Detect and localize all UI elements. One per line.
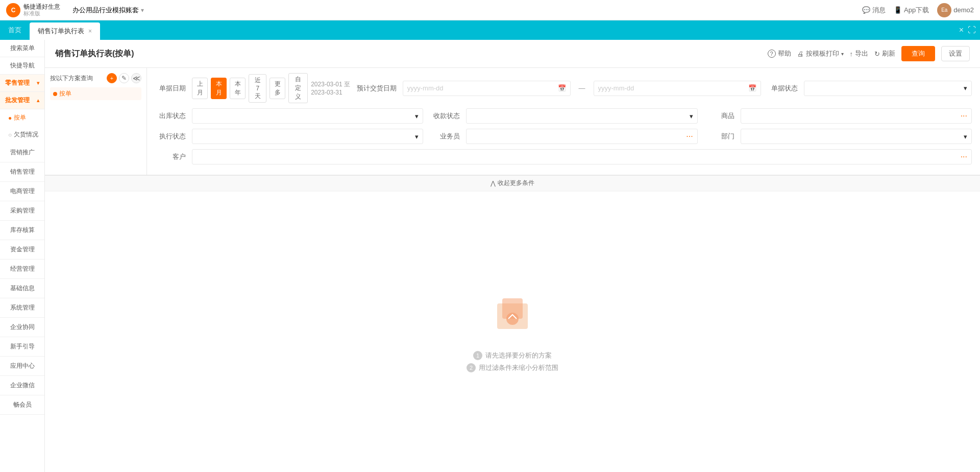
search-menu-label: 搜索菜单 (10, 44, 35, 53)
tab-sales-exec-label: 销售订单执行表 (38, 27, 84, 36)
sidebar-item-app-center[interactable]: 应用中心 (0, 357, 44, 376)
sales-label: 销售管理 (10, 168, 35, 176)
window-expand-icon[interactable]: ⛶ (968, 26, 976, 35)
app-download-button[interactable]: 📱 App下载 (894, 6, 929, 15)
inventory-label: 库存核算 (10, 226, 35, 234)
tab-bar-controls: × ⛶ (959, 20, 980, 40)
backorder-label: 欠货情况 (14, 130, 38, 139)
tab-close-icon[interactable]: × (88, 28, 92, 35)
sidebar-item-new-user[interactable]: 新手引导 (0, 337, 44, 357)
date-btn-last-month[interactable]: 上月 (192, 78, 208, 99)
expected-date-end-input[interactable] (598, 84, 747, 92)
salesman-input-wrap[interactable]: ··· (466, 129, 697, 144)
user-area[interactable]: Ea demo2 (937, 3, 974, 17)
query-button[interactable]: 查询 (901, 46, 935, 61)
goods-dots[interactable]: ··· (961, 111, 967, 121)
sidebar-sub-item-by-order[interactable]: ● 按单 (0, 109, 44, 126)
edit-scheme-button[interactable]: ✎ (119, 73, 129, 83)
message-button[interactable]: 💬 消息 (862, 6, 886, 15)
expected-date-start-input[interactable] (407, 84, 556, 92)
goods-input-wrap[interactable]: ··· (741, 108, 972, 124)
expected-date-end[interactable]: 📅 (594, 81, 762, 96)
date-btn-more[interactable]: 更多 (270, 78, 285, 99)
by-order-dot-icon: ● (8, 114, 12, 122)
breadcrumb[interactable]: 办公用品行业模拟账套 ▾ (72, 6, 144, 15)
collect-status-select[interactable]: ▾ (466, 108, 697, 124)
quick-nav-label: 快捷导航 (10, 61, 35, 70)
hint-num-1: 1 (473, 351, 482, 360)
collect-status-arrow-icon: ▾ (690, 112, 693, 120)
new-user-label: 新手引导 (10, 342, 35, 351)
app-download-label: App下载 (904, 6, 929, 15)
dept-select[interactable]: ▾ (741, 129, 972, 144)
sidebar-item-system[interactable]: 系统管理 (0, 298, 44, 318)
filter-date-group: 上月 本月 本年 近7天 更多 自定义 2023-03-01 至 2023-03… (192, 73, 351, 103)
settings-button[interactable]: 设置 (941, 46, 970, 61)
date-btn-7days[interactable]: 近7天 (249, 74, 266, 103)
scheme-dot-icon (53, 92, 57, 96)
scheme-item-by-order[interactable]: 按单 (50, 87, 141, 100)
tab-home-label: 首页 (8, 26, 21, 35)
add-scheme-button[interactable]: + (107, 73, 117, 83)
print-arrow-icon: ▾ (841, 51, 844, 57)
wholesale-label: 批发管理 (5, 96, 30, 105)
sidebar-item-basic-info[interactable]: 基础信息 (0, 279, 44, 298)
sidebar-item-wechat[interactable]: 企业微信 (0, 376, 44, 395)
export-label: 导出 (855, 49, 868, 58)
help-icon: ? (768, 50, 776, 58)
out-status-select[interactable]: ▾ (192, 108, 423, 124)
help-button[interactable]: ? 帮助 (768, 49, 791, 58)
filter-side-panel: 按以下方案查询 + ✎ ≪ 按单 (45, 68, 980, 175)
sidebar-item-ecommerce[interactable]: 电商管理 (0, 182, 44, 201)
sidebar-item-sales[interactable]: 销售管理 (0, 162, 44, 182)
window-close-icon[interactable]: × (959, 26, 964, 35)
date-btn-custom[interactable]: 自定义 (288, 73, 308, 103)
hint-text-2: 用过滤条件来缩小分析范围 (479, 363, 558, 372)
exec-status-select[interactable]: ▾ (192, 129, 423, 144)
filter-row-3: 执行状态 ▾ 业务员 ··· 部门 ▾ (155, 129, 972, 144)
collapse-scheme-button[interactable]: ≪ (131, 73, 141, 83)
customer-input-wrap[interactable]: ··· (192, 149, 972, 164)
empty-icon (487, 288, 538, 341)
sidebar-item-retail[interactable]: 零售管理 ▾ (0, 75, 44, 92)
filter-panel: 按以下方案查询 + ✎ ≪ 按单 (45, 68, 980, 191)
collapse-button[interactable]: ⋀ 收起更多条件 (491, 179, 534, 187)
sidebar-item-search-menu[interactable]: 搜索菜单 (0, 40, 44, 57)
operations-label: 经营管理 (10, 265, 35, 273)
exec-status-arrow-icon: ▾ (415, 133, 419, 140)
sidebar-item-purchase[interactable]: 采购管理 (0, 201, 44, 221)
sidebar-item-marketing[interactable]: 营销推广 (0, 143, 44, 162)
sidebar-item-enterprise-collab[interactable]: 企业协同 (0, 318, 44, 337)
wholesale-arrow-icon: ▴ (37, 98, 39, 103)
date-btn-this-year[interactable]: 本年 (230, 78, 246, 99)
marketing-label: 营销推广 (10, 148, 35, 157)
refresh-button[interactable]: ↻ 刷新 (874, 49, 895, 58)
export-button[interactable]: ↑ 导出 (850, 49, 869, 58)
date-btn-this-month[interactable]: 本月 (211, 78, 227, 99)
salesman-dots[interactable]: ··· (686, 132, 693, 141)
purchase-label: 采购管理 (10, 206, 35, 215)
print-button[interactable]: 🖨 按模板打印 ▾ (797, 49, 844, 58)
empty-hint-2: 2 用过滤条件来缩小分析范围 (467, 363, 558, 372)
expected-date-start[interactable]: 📅 (403, 81, 571, 96)
sidebar-sub-item-backorder[interactable]: ○ 欠货情况 (0, 126, 44, 143)
help-label: 帮助 (778, 49, 791, 58)
sidebar-item-finance[interactable]: 资金管理 (0, 240, 44, 259)
single-status-select[interactable]: ▾ (804, 81, 972, 96)
tab-home[interactable]: 首页 (0, 20, 30, 40)
sidebar-item-wholesale[interactable]: 批发管理 ▴ (0, 92, 44, 109)
empty-state: 1 请先选择要分析的方案 2 用过滤条件来缩小分析范围 (45, 192, 980, 472)
sidebar-item-member[interactable]: 畅会员 (0, 395, 44, 415)
print-label: 按模板打印 (806, 49, 839, 58)
customer-dots[interactable]: ··· (961, 152, 967, 161)
scheme-header-label: 按以下方案查询 (50, 74, 93, 83)
sidebar-item-inventory[interactable]: 库存核算 (0, 221, 44, 240)
sidebar-item-quick-nav[interactable]: 快捷导航 (0, 57, 44, 75)
avatar: Ea (937, 3, 951, 17)
by-order-label: 按单 (14, 113, 26, 122)
logo-icon: C (6, 3, 20, 17)
sidebar-item-operations[interactable]: 经营管理 (0, 259, 44, 279)
tab-sales-exec[interactable]: 销售订单执行表 × (30, 22, 100, 40)
tab-bar: 首页 销售订单执行表 × × ⛶ (0, 20, 980, 40)
message-label: 消息 (872, 6, 886, 15)
